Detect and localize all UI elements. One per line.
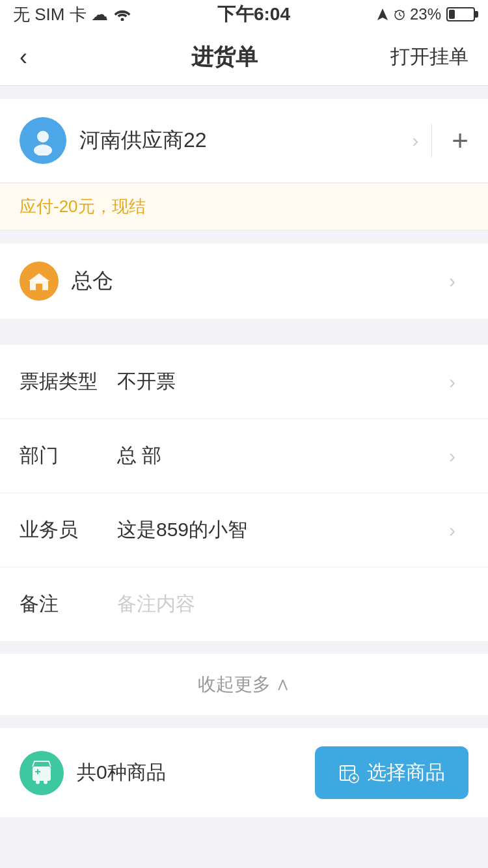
collapse-row[interactable]: 收起更多 ∧ (0, 654, 488, 715)
remark-label: 备注 (20, 591, 98, 617)
status-left: 无 SIM 卡 ☁ (13, 3, 131, 26)
remark-input[interactable]: 备注内容 (98, 591, 468, 617)
svg-marker-7 (29, 273, 49, 281)
salesman-row[interactable]: 业务员 这是859的小智 › (0, 493, 488, 567)
status-time: 下午6:04 (217, 2, 290, 27)
bottom-bar: 共0种商品 选择商品 (0, 728, 488, 817)
invoice-type-label: 票据类型 (20, 368, 98, 395)
section-gap-1 (0, 86, 488, 99)
salesman-value: 这是859的小智 (98, 517, 449, 543)
notice-text: 应付-20元，现结 (20, 197, 146, 216)
open-pending-button[interactable]: 打开挂单 (390, 44, 468, 70)
supplier-chevron-icon: › (412, 129, 418, 152)
notice-row: 应付-20元，现结 (0, 183, 488, 230)
person-icon (28, 126, 58, 156)
warehouse-chevron-icon: › (449, 270, 455, 292)
svg-point-0 (120, 18, 124, 21)
warehouse-building-icon (27, 269, 51, 293)
salesman-chevron-icon: › (449, 519, 455, 541)
collapse-label: 收起更多 ∧ (198, 672, 291, 697)
select-product-label: 选择商品 (367, 759, 445, 786)
svg-point-4 (37, 131, 49, 142)
svg-line-3 (400, 15, 401, 16)
invoice-chevron-icon: › (449, 371, 455, 393)
select-product-button[interactable]: 选择商品 (315, 746, 468, 799)
signal-text: 无 SIM 卡 ☁ (13, 3, 108, 26)
svg-point-5 (34, 144, 52, 156)
product-count-text: 共0种商品 (77, 759, 166, 786)
svg-point-10 (36, 780, 40, 784)
section-gap-2 (0, 230, 488, 243)
department-label: 部门 (20, 442, 98, 469)
warehouse-icon-wrap (20, 262, 59, 301)
status-bar: 无 SIM 卡 ☁ 下午6:04 23% (0, 0, 488, 29)
product-icon-wrap (20, 751, 64, 795)
location-icon (376, 8, 389, 21)
warehouse-card[interactable]: 总仓 › (0, 243, 488, 319)
svg-rect-9 (33, 766, 51, 781)
status-right: 23% (376, 5, 475, 23)
page-title: 进货单 (191, 42, 258, 72)
salesman-label: 业务员 (20, 517, 98, 543)
section-gap-3 (0, 319, 488, 332)
nav-bar: ‹ 进货单 打开挂单 (0, 29, 488, 86)
warehouse-name: 总仓 (72, 267, 449, 295)
supplier-card: 河南供应商22 › + 应付-20元，现结 (0, 99, 488, 230)
vertical-divider (431, 124, 432, 157)
supplier-avatar (20, 117, 66, 164)
page-background (0, 817, 488, 868)
add-button[interactable]: + (452, 126, 468, 155)
department-chevron-icon: › (449, 445, 455, 467)
cart-icon (29, 760, 55, 786)
supplier-row[interactable]: 河南供应商22 › + (0, 99, 488, 183)
battery-icon (446, 7, 475, 21)
battery-percent: 23% (410, 5, 441, 23)
remark-row[interactable]: 备注 备注内容 (0, 567, 488, 641)
invoice-type-value: 不开票 (98, 368, 449, 395)
back-button[interactable]: ‹ (20, 44, 59, 71)
invoice-type-row[interactable]: 票据类型 不开票 › (0, 345, 488, 419)
select-product-icon (338, 763, 359, 783)
department-row[interactable]: 部门 总 部 › (0, 419, 488, 493)
wifi-icon (113, 8, 131, 21)
department-value: 总 部 (98, 442, 449, 469)
supplier-name: 河南供应商22 (79, 126, 412, 155)
product-count-area: 共0种商品 (20, 751, 166, 795)
svg-rect-8 (36, 284, 42, 290)
form-section: 票据类型 不开票 › 部门 总 部 › 业务员 这是859的小智 › 备注 备注… (0, 345, 488, 641)
svg-point-11 (44, 780, 47, 784)
alarm-icon (393, 8, 406, 21)
warehouse-row[interactable]: 总仓 › (0, 243, 488, 319)
